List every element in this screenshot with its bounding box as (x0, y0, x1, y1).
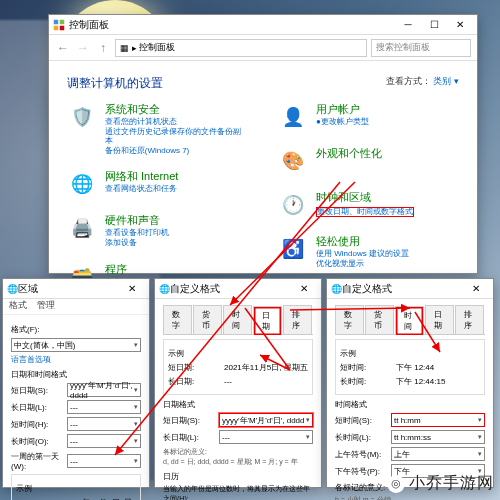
svg-rect-3 (60, 25, 65, 30)
view-by: 查看方式： 类别 ▾ (386, 75, 459, 92)
svg-rect-2 (54, 25, 59, 30)
close-button[interactable]: ✕ (447, 16, 473, 34)
window-title: 控制面板 (69, 18, 395, 32)
address-bar[interactable]: ▦ ▸ 控制面板 (115, 39, 367, 57)
globe-icon: 🌐 (67, 169, 97, 199)
dialog-title: 自定义格式 (170, 282, 291, 296)
page-title: 调整计算机的设置 (67, 75, 163, 92)
short-time-combo[interactable]: --- (67, 417, 141, 431)
maximize-button[interactable]: ☐ (421, 16, 447, 34)
long-time-format-combo[interactable]: tt h:mm:ss (391, 430, 485, 444)
tab-sort[interactable]: 排序 (283, 305, 312, 334)
tab-sort[interactable]: 排序 (455, 305, 484, 334)
dialog-title: 自定义格式 (342, 282, 463, 296)
custom-format-date-dialog: 🌐 自定义格式 ✕ 数字 货币 时间 日期 排序 示例 短日期:2021年11月… (154, 278, 322, 488)
svg-rect-0 (54, 19, 59, 24)
accessibility-icon: ♿ (278, 234, 308, 264)
tab-date[interactable]: 日期 (425, 305, 454, 334)
region-dialog: 🌐 区域 ✕ 格式 管理 格式(F): 中文(简体，中国) 语言首选项 日期和时… (2, 278, 150, 488)
up-button[interactable]: ↑ (95, 40, 111, 56)
cp-item-appearance[interactable]: 🎨 外观和个性化 (278, 146, 459, 176)
cp-right-column: 👤 用户帐户●更改帐户类型 🎨 外观和个性化 🕐 时钟和区域更改日期、时间或数字… (278, 102, 459, 306)
breadcrumb-icon: ▦ ▸ (120, 43, 137, 53)
close-button[interactable]: ✕ (463, 280, 489, 298)
close-button[interactable]: ✕ (119, 280, 145, 298)
breadcrumb: 控制面板 (139, 41, 175, 54)
tab-admin[interactable]: 管理 (37, 299, 55, 314)
cp-item-clock[interactable]: 🕐 时钟和区域更改日期、时间或数字格式 (278, 190, 459, 220)
user-icon: 👤 (278, 102, 308, 132)
long-date-combo[interactable]: --- (67, 400, 141, 414)
am-symbol-combo[interactable]: 上午 (391, 447, 485, 461)
close-button[interactable]: ✕ (291, 280, 317, 298)
navbar: ← → ↑ ▦ ▸ 控制面板 搜索控制面板 (49, 35, 477, 61)
titlebar: 🌐 区域 ✕ (3, 279, 149, 299)
tab-strip: 数字 货币 时间 日期 排序 (163, 305, 313, 335)
long-date-format-combo[interactable]: --- (219, 430, 313, 444)
lang-pref-link[interactable]: 语言首选项 (11, 354, 141, 365)
tab-currency[interactable]: 货币 (365, 305, 394, 334)
clock-sublink[interactable]: 更改日期、时间或数字格式 (316, 207, 414, 217)
cp-item-ease[interactable]: ♿ 轻松使用使用 Windows 建议的设置 优化视觉显示 (278, 234, 459, 268)
tab-number[interactable]: 数字 (335, 305, 364, 334)
clock-icon: 🕐 (278, 190, 308, 220)
control-panel-icon (53, 19, 65, 31)
shield-icon: 🛡️ (67, 102, 97, 132)
dialog-title: 区域 (18, 282, 119, 296)
cp-item-system[interactable]: 🛡️ 系统和安全查看您的计算机状态 通过文件历史记录保存你的文件备份副本 备份和… (67, 102, 248, 155)
titlebar: 控制面板 ─ ☐ ✕ (49, 15, 477, 35)
tab-strip: 格式 管理 (3, 299, 149, 315)
long-time-combo[interactable]: --- (67, 434, 141, 448)
search-input[interactable]: 搜索控制面板 (371, 39, 471, 57)
cp-item-users[interactable]: 👤 用户帐户●更改帐户类型 (278, 102, 459, 132)
titlebar: 🌐 自定义格式 ✕ (155, 279, 321, 299)
printer-icon: 🖨️ (67, 213, 97, 243)
tab-date[interactable]: 日期 (253, 306, 282, 335)
titlebar: 🌐 自定义格式 ✕ (327, 279, 493, 299)
watermark-logo-icon: ◎ (387, 475, 405, 493)
appearance-icon: 🎨 (278, 146, 308, 176)
tab-strip: 数字 货币 时间 日期 排序 (335, 305, 485, 335)
back-button[interactable]: ← (55, 40, 71, 56)
first-day-combo[interactable]: --- (67, 454, 141, 468)
view-by-dropdown[interactable]: 类别 ▾ (433, 76, 459, 86)
short-date-format-combo[interactable]: yyyy'年'M'月'd'日', dddd (219, 413, 313, 427)
tab-currency[interactable]: 货币 (193, 305, 222, 334)
cp-left-column: 🛡️ 系统和安全查看您的计算机状态 通过文件历史记录保存你的文件备份副本 备份和… (67, 102, 248, 306)
cp-item-hardware[interactable]: 🖨️ 硬件和声音查看设备和打印机 添加设备 (67, 213, 248, 247)
tab-number[interactable]: 数字 (163, 305, 192, 334)
tab-format[interactable]: 格式 (9, 299, 27, 314)
minimize-button[interactable]: ─ (395, 16, 421, 34)
short-time-format-combo[interactable]: tt h:mm (391, 413, 485, 427)
svg-rect-1 (60, 19, 65, 24)
control-panel-window: 控制面板 ─ ☐ ✕ ← → ↑ ▦ ▸ 控制面板 搜索控制面板 调整计算机的设… (48, 14, 478, 274)
custom-format-time-dialog: 🌐 自定义格式 ✕ 数字 货币 时间 日期 排序 示例 短时间:下午 12:44… (326, 278, 494, 488)
watermark: ◎ 小乔手游网 (387, 473, 494, 494)
tab-time[interactable]: 时间 (223, 305, 252, 334)
cp-item-network[interactable]: 🌐 网络和 Internet查看网络状态和任务 (67, 169, 248, 199)
tab-time[interactable]: 时间 (395, 306, 424, 335)
short-date-combo[interactable]: yyyy'年'M'月'd'日', dddd (67, 383, 141, 397)
format-combo[interactable]: 中文(简体，中国) (11, 338, 141, 352)
forward-button[interactable]: → (75, 40, 91, 56)
